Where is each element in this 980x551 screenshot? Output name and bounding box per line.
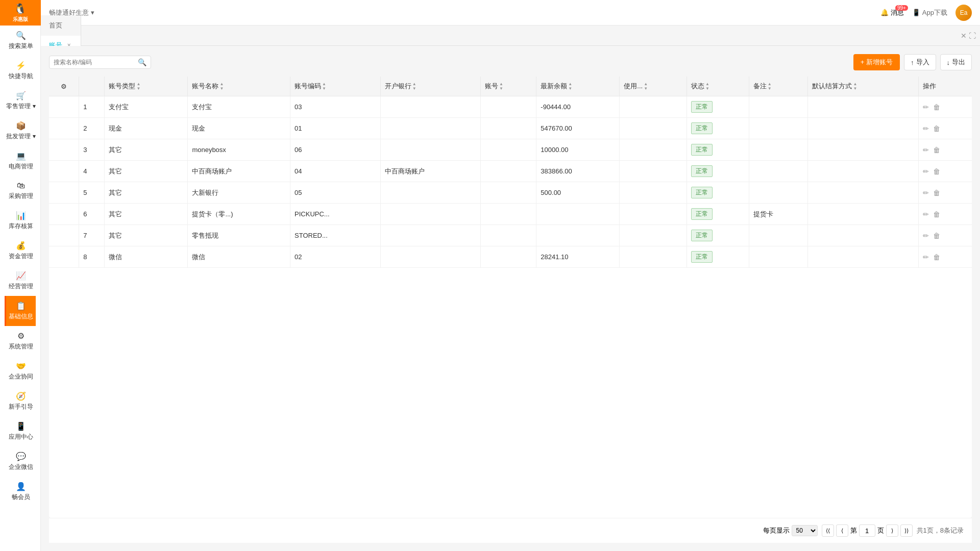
cell-index-7: 8 (79, 246, 105, 268)
first-page-button[interactable]: ⟨⟨ (822, 524, 834, 537)
edit-icon-6[interactable]: ✏ (923, 232, 929, 240)
edit-icon-0[interactable]: ✏ (923, 103, 929, 111)
edit-icon-4[interactable]: ✏ (923, 189, 929, 197)
cell-status-0: 正常 (687, 96, 749, 118)
cell-actions-6: ✏ 🗑 (919, 225, 972, 246)
edit-icon-3[interactable]: ✏ (923, 167, 929, 176)
delete-icon-4[interactable]: 🗑 (933, 189, 940, 197)
close-tab-button[interactable]: ✕ (961, 32, 967, 40)
cell-gear-5 (49, 204, 79, 225)
th-gear[interactable]: ⚙ (49, 77, 79, 96)
search-icon[interactable]: 🔍 (138, 58, 146, 66)
page-size-select[interactable]: 50 100 200 (792, 525, 818, 536)
th-code[interactable]: 账号编码 ▲▼ (290, 77, 381, 96)
delete-icon-7[interactable]: 🗑 (933, 253, 940, 261)
sort-arrows-remark: ▲▼ (768, 82, 772, 91)
last-page-button[interactable]: ⟩⟩ (900, 524, 913, 537)
sidebar-icon-11: 🤝 (16, 361, 26, 371)
cell-usage-7 (620, 246, 687, 268)
add-account-button[interactable]: + 新增账号 (853, 54, 900, 70)
table-row: 8 微信 微信 02 28241.10 正常 ✏ 🗑 (49, 246, 972, 268)
prev-page-button[interactable]: ⟨ (836, 524, 848, 537)
delete-icon-6[interactable]: 🗑 (933, 232, 940, 240)
cell-account-6 (481, 225, 536, 246)
delete-icon-1[interactable]: 🗑 (933, 124, 940, 133)
delete-icon-0[interactable]: 🗑 (933, 103, 940, 111)
th-bank[interactable]: 开户银行 ▲▼ (380, 77, 480, 96)
sidebar-item-9[interactable]: 📋基础信息 (5, 296, 35, 326)
app-download-label: App下载 (922, 8, 947, 17)
row-actions-0: ✏ 🗑 (923, 103, 968, 111)
sidebar-item-4[interactable]: 💻电商管理 (5, 146, 35, 176)
app-download-button[interactable]: 📱 App下载 (912, 8, 947, 17)
sidebar-item-11[interactable]: 🤝企业协同 (5, 356, 35, 386)
sidebar-icon-0: 🔍 (16, 31, 26, 40)
delete-icon-5[interactable]: 🗑 (933, 210, 940, 218)
next-page-button[interactable]: ⟩ (886, 524, 898, 537)
th-balance[interactable]: 最新余额 ▲▼ (536, 77, 620, 96)
sidebar-item-6[interactable]: 📊库存核算 (5, 206, 35, 236)
edit-icon-1[interactable]: ✏ (923, 124, 929, 133)
sidebar-item-10[interactable]: ⚙系统管理 (5, 326, 35, 356)
sidebar-item-13[interactable]: 📱应用中心 (5, 416, 35, 446)
cell-status-1: 正常 (687, 118, 749, 139)
sidebar-item-7[interactable]: 💰资金管理 (5, 236, 35, 266)
table-body: 1 支付宝 支付宝 03 -90444.00 正常 ✏ 🗑 2 现金 现金 01… (49, 96, 972, 268)
sidebar-item-14[interactable]: 💬企业微信 (5, 446, 35, 477)
th-usage[interactable]: 使用... ▲▼ (620, 77, 687, 96)
cell-bank-6 (380, 225, 480, 246)
sidebar-item-1[interactable]: ⚡快捷导航 (5, 56, 35, 86)
sidebar-item-15[interactable]: 👤畅会员 (5, 477, 35, 507)
th-type[interactable]: 账号类型 ▲▼ (105, 77, 188, 96)
sort-arrows-settlement: ▲▼ (853, 82, 857, 91)
th-name[interactable]: 账号名称 ▲▼ (188, 77, 290, 96)
th-remark[interactable]: 备注 ▲▼ (749, 77, 808, 96)
page-label: 第 (850, 526, 857, 535)
tab-首页[interactable]: 首页 (41, 15, 81, 36)
cell-usage-0 (620, 96, 687, 118)
sidebar-label-8: 经营管理 (9, 282, 33, 291)
th-account[interactable]: 账号 ▲▼ (481, 77, 536, 96)
sidebar-item-2[interactable]: 🛒零售管理 ▾ (5, 86, 35, 116)
sidebar-label-6: 库存核算 (9, 222, 33, 231)
cell-status-3: 正常 (687, 161, 749, 182)
cell-code-3: 04 (290, 161, 381, 182)
sidebar-item-8[interactable]: 📈经营管理 (5, 266, 35, 296)
status-badge-1: 正常 (691, 122, 713, 134)
delete-icon-3[interactable]: 🗑 (933, 167, 940, 176)
sort-arrows-usage: ▲▼ (644, 82, 648, 91)
th-actions: 操作 (919, 77, 972, 96)
cell-gear-3 (49, 161, 79, 182)
sidebar-label-9: 基础信息 (9, 312, 33, 321)
sidebar-icon-9: 📋 (16, 301, 26, 311)
edit-icon-2[interactable]: ✏ (923, 146, 929, 154)
sidebar-icon-2: 🛒 (16, 91, 26, 101)
sidebar-item-3[interactable]: 📦批发管理 ▾ (5, 116, 35, 146)
edit-icon-5[interactable]: ✏ (923, 210, 929, 218)
message-button[interactable]: 🔔 消息 99+ (880, 8, 904, 17)
delete-icon-2[interactable]: 🗑 (933, 146, 940, 154)
cell-balance-0: -90444.00 (536, 96, 620, 118)
edit-icon-7[interactable]: ✏ (923, 253, 929, 261)
topbar-right: 🔔 消息 99+ 📱 App下载 Ea (880, 5, 972, 21)
maximize-button[interactable]: ⛶ (969, 32, 976, 40)
user-avatar[interactable]: Ea (955, 5, 972, 21)
cell-actions-4: ✏ 🗑 (919, 182, 972, 204)
th-status[interactable]: 状态 ▲▼ (687, 77, 749, 96)
search-input[interactable] (54, 59, 138, 66)
toolbar-buttons: + 新增账号 ↑ 导入 ↓ 导出 (853, 54, 972, 70)
export-button[interactable]: ↓ 导出 (940, 54, 972, 70)
cell-code-1: 01 (290, 118, 381, 139)
sidebar-item-12[interactable]: 🧭新手引导 (5, 386, 35, 416)
page-number-input[interactable] (859, 524, 875, 537)
sidebar-item-0[interactable]: 🔍搜索菜单 (5, 26, 35, 56)
sidebar-item-5[interactable]: 🛍采购管理 (5, 176, 35, 206)
cell-name-4: 大新银行 (188, 182, 290, 204)
cell-usage-6 (620, 225, 687, 246)
th-settlement[interactable]: 默认结算方式 ▲▼ (808, 77, 919, 96)
sidebar-icon-10: ⚙ (17, 331, 24, 341)
cell-name-7: 微信 (188, 246, 290, 268)
import-button[interactable]: ↑ 导入 (904, 54, 936, 70)
tab-bar: 首页账号✕ ✕ ⛶ (41, 26, 980, 46)
sort-arrows-account: ▲▼ (499, 82, 503, 91)
